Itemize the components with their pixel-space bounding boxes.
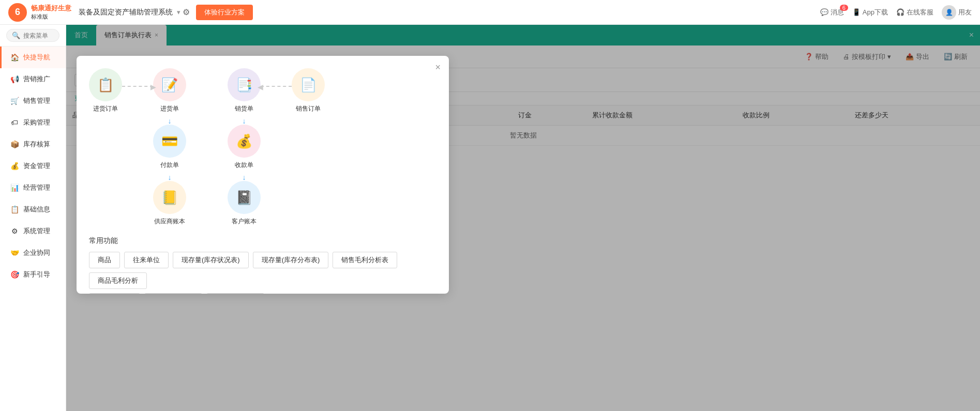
settings-icon[interactable]: ⚙ [183, 7, 190, 17]
popup-box: × 📋 进货订单 ▶ [77, 56, 449, 294]
receipt-bill-icon: 💰 [228, 125, 261, 158]
sales-icon: 🛒 [10, 96, 19, 105]
payment-bill-label: 付款单 [160, 161, 179, 170]
top-right-area: 💬 消息 6 📱 App下载 🎧 在线客服 👤 用友 [820, 5, 972, 20]
home-icon: 🏠 [10, 53, 19, 62]
sidebar-item-label: 系统管理 [23, 226, 50, 236]
sidebar-item-label: 采购管理 [23, 118, 50, 127]
payment-bill-icon: 💳 [153, 125, 186, 158]
sales-order-icon: 📄 [292, 68, 325, 101]
sidebar-item-newbie[interactable]: 🎯 新手引导 [0, 264, 66, 285]
common-functions-section: 常用功能 商品 往来单位 现存量(库存状况表) 现存量(库存分布表) 销售毛利分… [89, 236, 436, 294]
purchase-order-node[interactable]: 📋 进货订单 [89, 68, 122, 113]
download-icon: 📱 [852, 8, 861, 16]
service-icon: 🎧 [896, 8, 904, 16]
avatar: 👤 [942, 5, 956, 20]
sidebar-item-label: 基础信息 [23, 205, 50, 214]
newbie-icon: 🎯 [10, 270, 19, 279]
system-name: 装备及固定资产辅助管理系统 ▾ [79, 8, 180, 17]
popup-close-button[interactable]: × [435, 62, 441, 73]
finance-icon: 💰 [10, 161, 19, 171]
func-btn-payment-stats[interactable]: 付款情况统计 [206, 293, 264, 294]
flow-diagram: 📋 进货订单 ▶ 📝 进货单 [89, 68, 436, 226]
content-area: 首页 销售订单执行表 × × ❓ 帮助 🖨 按模板打印 [66, 25, 980, 411]
purchase-bill-node[interactable]: 📝 进货单 [153, 68, 186, 113]
func-btn-stock-dist[interactable]: 现存量(库存分布表) [253, 252, 329, 268]
trial-button[interactable]: 体验行业方案 [196, 5, 253, 20]
sidebar-item-purchase[interactable]: 🏷 采购管理 [0, 112, 66, 133]
customer-ledger-node[interactable]: 📓 客户账本 [228, 181, 261, 226]
purchase-order-icon: 📋 [89, 68, 122, 101]
purchase-icon: 🏷 [10, 118, 19, 127]
sidebar-item-label: 资金管理 [23, 161, 50, 171]
supplier-ledger-node[interactable]: 📒 供应商账本 [153, 181, 186, 226]
common-functions-title: 常用功能 [89, 236, 436, 246]
sidebar-item-label: 经营管理 [23, 183, 50, 192]
func-buttons-row: 商品 往来单位 现存量(库存状况表) 现存量(库存分布表) 销售毛利分析表 商品… [89, 252, 436, 289]
payment-bill-node[interactable]: 💳 付款单 [153, 125, 186, 170]
sidebar-item-marketing[interactable]: 📢 营销推广 [0, 68, 66, 90]
purchase-order-label: 进货订单 [93, 104, 118, 113]
inventory-icon: 📦 [10, 140, 19, 149]
sidebar-item-label: 销售管理 [23, 96, 50, 105]
sidebar-item-label: 新手引导 [23, 270, 50, 279]
sidebar: 🔍 🏠 快捷导航 📢 营销推广 🛒 销售管理 🏷 [0, 25, 66, 411]
online-service-button[interactable]: 🎧 在线客服 [896, 8, 933, 17]
basic-icon: 📋 [10, 205, 19, 214]
func-btn-product[interactable]: 商品 [89, 252, 120, 268]
message-badge: 6 [840, 5, 848, 11]
supplier-ledger-icon: 📒 [153, 181, 186, 214]
func-btn-receipt-stats[interactable]: 收款情况统计 [144, 293, 202, 294]
system-icon: ⚙ [10, 226, 19, 236]
customer-ledger-icon: 📓 [228, 181, 261, 214]
user-menu[interactable]: 👤 用友 [942, 5, 972, 20]
sales-bill-node[interactable]: 📑 销货单 [228, 68, 261, 113]
system-dropdown-icon[interactable]: ▾ [177, 8, 180, 16]
sales-order-label: 销售订单 [296, 104, 321, 113]
sidebar-item-label: 营销推广 [23, 74, 50, 84]
purchase-bill-icon: 📝 [153, 68, 186, 101]
sidebar-item-label: 快捷导航 [23, 53, 50, 62]
sidebar-item-quick-nav[interactable]: 🏠 快捷导航 [0, 47, 66, 68]
receipt-bill-label: 收款单 [235, 161, 253, 170]
sidebar-item-label: 企业协同 [23, 248, 50, 257]
enterprise-icon: 🤝 [10, 248, 19, 257]
func-btn-sales-gross[interactable]: 销售毛利分析表 [333, 252, 397, 268]
app-download-button[interactable]: 📱 App下载 [852, 8, 888, 17]
search-icon: 🔍 [12, 32, 20, 39]
popup-overlay[interactable]: × 📋 进货订单 ▶ [66, 25, 980, 411]
sales-bill-icon: 📑 [228, 68, 261, 101]
sidebar-item-inventory[interactable]: 📦 库存核算 [0, 133, 66, 155]
sidebar-item-basic[interactable]: 📋 基础信息 [0, 199, 66, 220]
search-input[interactable] [23, 32, 59, 39]
sidebar-item-enterprise[interactable]: 🤝 企业协同 [0, 242, 66, 264]
purchase-bill-label: 进货单 [160, 104, 179, 113]
func-buttons-row2: 销售排行榜 收款情况统计 付款情况统计 [89, 293, 436, 294]
system-title: 装备及固定资产辅助管理系统 [79, 8, 173, 17]
sidebar-item-label: 库存核算 [23, 140, 50, 149]
message-icon: 💬 [820, 8, 828, 16]
search-box[interactable]: 🔍 [6, 29, 59, 42]
customer-ledger-label: 客户账本 [232, 217, 257, 226]
supplier-ledger-label: 供应商账本 [154, 217, 185, 226]
func-btn-stock-status[interactable]: 现存量(库存状况表) [173, 252, 249, 268]
sidebar-item-finance[interactable]: 💰 资金管理 [0, 155, 66, 177]
message-button[interactable]: 💬 消息 6 [820, 8, 844, 17]
marketing-icon: 📢 [10, 74, 19, 84]
sidebar-nav: 🏠 快捷导航 📢 营销推广 🛒 销售管理 🏷 采购管理 📦 库存核 [0, 47, 66, 285]
receipt-bill-node[interactable]: 💰 收款单 [228, 125, 261, 170]
search-area: 🔍 [0, 25, 66, 47]
sidebar-item-sales[interactable]: 🛒 销售管理 [0, 90, 66, 112]
sales-order-node[interactable]: 📄 销售订单 [292, 68, 325, 113]
logo-text: 畅康通好生意 标准版 [31, 4, 71, 20]
operations-icon: 📊 [10, 183, 19, 192]
sidebar-item-system[interactable]: ⚙ 系统管理 [0, 220, 66, 242]
logo-area: 6 畅康通好生意 标准版 [8, 3, 74, 22]
func-btn-partner[interactable]: 往来单位 [124, 252, 169, 268]
sales-bill-label: 销货单 [235, 104, 253, 113]
logo-icon: 6 [8, 3, 27, 22]
func-btn-product-gross[interactable]: 商品毛利分析 [89, 272, 147, 289]
func-btn-sales-rank[interactable]: 销售排行榜 [89, 293, 140, 294]
sidebar-item-operations[interactable]: 📊 经营管理 [0, 177, 66, 199]
